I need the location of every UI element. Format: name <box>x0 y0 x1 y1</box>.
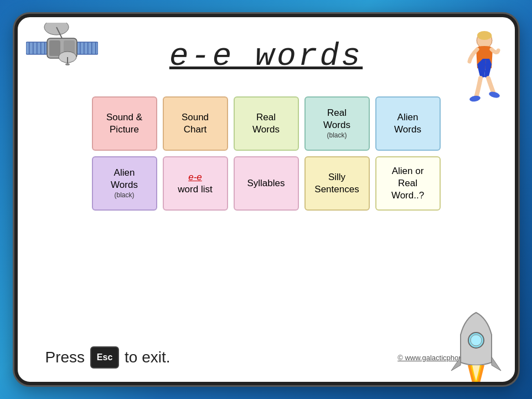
activity-buttons-grid: Sound &Picture SoundChart RealWords Real… <box>92 96 441 211</box>
esc-key[interactable]: Esc <box>90 346 119 369</box>
svg-point-18 <box>44 23 69 35</box>
svg-rect-1 <box>29 42 30 54</box>
svg-rect-13 <box>49 40 60 56</box>
svg-rect-4 <box>40 42 42 54</box>
exit-instruction: Press Esc to exit. <box>45 346 171 369</box>
silly-sentences-button[interactable]: SillySentences <box>304 156 370 211</box>
ene-word-list-button[interactable]: e-e word list <box>163 156 228 211</box>
svg-rect-10 <box>91 42 92 54</box>
press-label: Press <box>45 349 85 366</box>
bottom-bar: Press Esc to exit. © www.galacticphonics… <box>45 346 487 369</box>
svg-rect-11 <box>95 42 96 54</box>
sound-chart-button[interactable]: SoundChart <box>163 96 228 151</box>
svg-point-17 <box>65 63 70 65</box>
svg-rect-2 <box>33 42 34 54</box>
real-words-button[interactable]: RealWords <box>234 96 299 151</box>
svg-point-25 <box>471 335 482 346</box>
sound-picture-button[interactable]: Sound &Picture <box>92 96 157 151</box>
svg-rect-9 <box>87 42 89 54</box>
satellite-decoration <box>26 23 98 84</box>
svg-point-22 <box>469 95 481 102</box>
rocket-decoration <box>443 310 509 385</box>
exit-label: to exit. <box>125 349 170 366</box>
real-words-black-button[interactable]: RealWords (black) <box>304 96 370 151</box>
alien-words-black-button[interactable]: AlienWords (black) <box>92 156 157 211</box>
svg-rect-7 <box>80 42 81 54</box>
runner-decoration <box>454 28 504 111</box>
alien-words-button[interactable]: AlienWords <box>375 96 441 151</box>
svg-rect-3 <box>37 42 38 54</box>
alien-or-real-button[interactable]: Alien orRealWord..? <box>375 156 441 211</box>
page-title: e-e words <box>169 38 363 74</box>
svg-rect-8 <box>84 42 85 54</box>
syllables-button[interactable]: Syllables <box>234 156 299 211</box>
whiteboard: e-e words Sound &Picture SoundChart Real… <box>14 14 518 385</box>
svg-rect-5 <box>44 42 45 54</box>
